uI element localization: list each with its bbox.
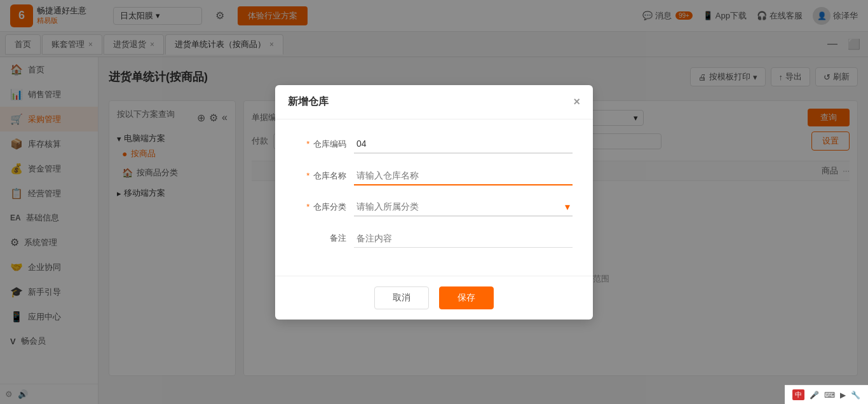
modal-close-icon[interactable]: × <box>573 95 580 109</box>
form-row-note: 备注 <box>295 229 573 248</box>
save-button[interactable]: 保存 <box>439 286 494 309</box>
modal-footer: 取消 保存 <box>275 276 593 320</box>
modal-add-warehouse: 新增仓库 × * 仓库编码 * 仓库名称 <box>275 85 593 320</box>
modal-header: 新增仓库 × <box>275 85 593 119</box>
status-icon-tools[interactable]: 🔧 <box>851 391 860 400</box>
form-row-code: * 仓库编码 <box>295 135 573 154</box>
form-category-select[interactable]: ▾ <box>354 198 573 217</box>
category-chevron-down-icon: ▾ <box>565 201 570 213</box>
form-note-label: 备注 <box>295 232 346 244</box>
form-code-input[interactable] <box>354 135 573 154</box>
status-icon-keyboard[interactable]: ⌨ <box>824 391 835 400</box>
status-bar: 中 🎤 ⌨ ▶ 🔧 <box>785 385 868 404</box>
status-icon-play[interactable]: ▶ <box>840 391 846 400</box>
form-row-category: * 仓库分类 ▾ <box>295 198 573 217</box>
modal-title: 新增仓库 <box>288 95 329 109</box>
status-icon-zh[interactable]: 中 <box>792 389 804 400</box>
form-row-name: * 仓库名称 <box>295 166 573 185</box>
form-note-input[interactable] <box>354 229 573 248</box>
form-name-input[interactable] <box>354 166 573 185</box>
modal-overlay: 新增仓库 × * 仓库编码 * 仓库名称 <box>0 0 868 404</box>
status-icon-mic[interactable]: 🎤 <box>810 391 819 400</box>
form-code-label: * 仓库编码 <box>295 138 346 150</box>
form-category-label: * 仓库分类 <box>295 201 346 213</box>
form-name-label: * 仓库名称 <box>295 170 346 182</box>
modal-body: * 仓库编码 * 仓库名称 * 仓库分类 <box>275 119 593 276</box>
cancel-button[interactable]: 取消 <box>374 286 429 309</box>
form-category-input[interactable] <box>356 201 565 212</box>
